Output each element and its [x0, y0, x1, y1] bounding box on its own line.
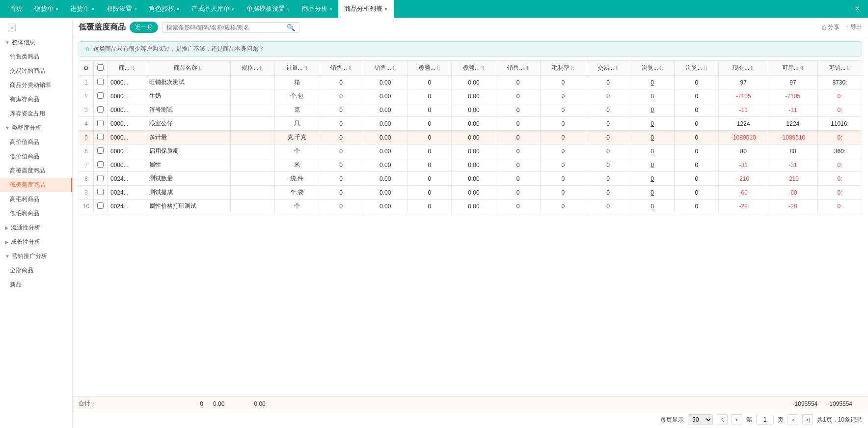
sidebar-collapse-button[interactable]: « — [8, 24, 16, 31]
row-browse1[interactable]: 0 — [630, 131, 675, 144]
page-number-input[interactable] — [756, 415, 774, 425]
sidebar-item-high-margin[interactable]: 高毛利商品 — [0, 192, 72, 206]
nav-analysis-list[interactable]: 商品分析列表 × — [338, 0, 393, 18]
sidebar-section-growth[interactable]: ▶ 成长性分析 — [0, 235, 72, 249]
sidebar-item-low-margin[interactable]: 低毛利商品 — [0, 206, 72, 221]
col-available[interactable]: 可用...⇅ — [768, 61, 818, 76]
row-checkbox-cell[interactable] — [94, 172, 108, 186]
row-browse1[interactable]: 0 — [630, 200, 675, 213]
nav-analysis[interactable]: 商品分析 × — [296, 0, 338, 18]
row-checkbox-cell[interactable] — [94, 103, 108, 117]
row-checkbox-cell[interactable] — [94, 76, 108, 89]
row-browse1[interactable]: 0 — [630, 144, 675, 158]
sidebar-section-flow[interactable]: ▶ 流通性分析 — [0, 221, 72, 235]
nav-roles[interactable]: 角色授权 × — [143, 0, 185, 18]
prev-page-button[interactable]: < — [732, 414, 742, 425]
sidebar-item-stocked-goods[interactable]: 有库存商品 — [0, 92, 72, 107]
nav-analysis-list-close[interactable]: × — [384, 6, 387, 12]
next-page-button[interactable]: > — [787, 414, 798, 425]
row-checkbox[interactable] — [97, 147, 104, 154]
col-settings[interactable]: ⚙ — [79, 61, 94, 76]
table-container[interactable]: ⚙ 商...⇅ 商品名称⇅ 规格...⇅ 计量...⇅ 销售...⇅ 销售...… — [73, 60, 868, 396]
col-unit[interactable]: 计量...⇅ — [274, 61, 319, 76]
page-size-select[interactable]: 50 100 200 — [688, 414, 713, 425]
col-spec[interactable]: 规格...⇅ — [230, 61, 274, 76]
sidebar-item-high-coverage[interactable]: 高覆盖度商品 — [0, 164, 72, 178]
col-trade[interactable]: 交易...⇅ — [586, 61, 630, 76]
sidebar-item-new-goods[interactable]: 新品 — [0, 278, 72, 292]
row-browse1[interactable]: 0 — [630, 158, 675, 172]
row-checkbox-cell[interactable] — [94, 144, 108, 158]
row-checkbox[interactable] — [97, 106, 104, 113]
nav-inventory[interactable]: 产成品入库单 × — [186, 0, 241, 18]
footer-available-total: -1095554 — [827, 400, 852, 407]
col-gross[interactable]: 毛利率⇅ — [540, 61, 586, 76]
search-box[interactable]: 🔍 — [162, 22, 299, 33]
col-name[interactable]: 商品名称⇅ — [146, 61, 230, 76]
col-sales2[interactable]: 销售...⇅ — [363, 61, 407, 76]
sidebar-section-overview[interactable]: ▼ 整体信息 — [0, 35, 72, 50]
row-checkbox-cell[interactable] — [94, 89, 108, 103]
nav-roles-close[interactable]: × — [176, 6, 179, 12]
col-cover2[interactable]: 覆盖...⇅ — [452, 61, 496, 76]
row-checkbox-cell[interactable] — [94, 200, 108, 213]
row-number: 3 — [79, 103, 94, 117]
col-current[interactable]: 现有...⇅ — [719, 61, 768, 76]
col-code[interactable]: 商...⇅ — [108, 61, 146, 76]
sidebar-item-high-value[interactable]: 高价值商品 — [0, 135, 72, 149]
row-checkbox[interactable] — [97, 79, 104, 85]
row-browse1[interactable]: 0 — [630, 76, 675, 89]
sidebar-item-low-value[interactable]: 低价值商品 — [0, 149, 72, 164]
sidebar-item-all-goods[interactable]: 全部商品 — [0, 263, 72, 278]
nav-sales-close[interactable]: × — [55, 6, 58, 12]
first-page-button[interactable]: K — [717, 414, 728, 425]
nav-permissions[interactable]: 权限设置 × — [101, 0, 143, 18]
nav-template-close[interactable]: × — [287, 6, 290, 12]
sidebar-section-marketing[interactable]: ▼ 营销推广分析 — [0, 249, 72, 263]
row-checkbox[interactable] — [97, 134, 104, 140]
row-checkbox[interactable] — [97, 202, 104, 209]
col-checkbox[interactable] — [94, 61, 108, 76]
window-close-button[interactable]: × — [850, 2, 864, 16]
filter-recent-month[interactable]: 近一月 — [130, 22, 158, 33]
row-browse1[interactable]: 0 — [630, 117, 675, 131]
row-checkbox-cell[interactable] — [94, 186, 108, 200]
nav-permissions-close[interactable]: × — [134, 6, 137, 12]
sidebar-item-sales-goods[interactable]: 销售类商品 — [0, 50, 72, 64]
row-browse1[interactable]: 0 — [630, 89, 675, 103]
sidebar-section-cluster[interactable]: ▼ 类群度分析 — [0, 121, 72, 135]
row-checkbox[interactable] — [97, 189, 104, 195]
export-button[interactable]: ↑ 导出 — [845, 23, 862, 31]
sidebar-item-inventory-capital[interactable]: 库存资金占用 — [0, 107, 72, 121]
row-browse1[interactable]: 0 — [630, 103, 675, 117]
col-sales3[interactable]: 销售...⇅ — [496, 61, 540, 76]
row-browse1[interactable]: 0 — [630, 186, 675, 200]
row-checkbox-cell[interactable] — [94, 131, 108, 144]
nav-purchase-close[interactable]: × — [91, 6, 94, 12]
sidebar-item-low-coverage[interactable]: 低覆盖度商品 — [0, 178, 72, 192]
nav-sales[interactable]: 销货单 × — [28, 0, 64, 18]
row-checkbox[interactable] — [97, 92, 104, 99]
col-sellable[interactable]: 可销...⇅ — [817, 61, 862, 76]
row-checkbox-cell[interactable] — [94, 158, 108, 172]
row-checkbox[interactable] — [97, 120, 104, 126]
col-sales1[interactable]: 销售...⇅ — [319, 61, 363, 76]
row-checkbox[interactable] — [97, 175, 104, 181]
nav-home[interactable]: 首页 — [4, 0, 28, 18]
row-checkbox-cell[interactable] — [94, 117, 108, 131]
nav-template[interactable]: 单据模板设置 × — [241, 0, 296, 18]
select-all-checkbox[interactable] — [97, 64, 104, 71]
search-input[interactable] — [166, 24, 287, 31]
col-browse1[interactable]: 浏览...⇅ — [630, 61, 675, 76]
nav-analysis-close[interactable]: × — [329, 6, 332, 12]
nav-inventory-close[interactable]: × — [232, 6, 235, 12]
last-page-button[interactable]: >| — [802, 414, 813, 425]
col-cover1[interactable]: 覆盖...⇅ — [407, 61, 452, 76]
sidebar-item-traded-goods[interactable]: 交易过的商品 — [0, 64, 72, 78]
sidebar-item-category-rate[interactable]: 商品分类动销率 — [0, 78, 72, 92]
col-browse2[interactable]: 浏览...⇅ — [675, 61, 719, 76]
nav-purchase[interactable]: 进货单 × — [64, 0, 100, 18]
row-browse1[interactable]: 0 — [630, 172, 675, 186]
share-button[interactable]: ⎙ 分享 — [822, 23, 840, 31]
row-checkbox[interactable] — [97, 161, 104, 168]
